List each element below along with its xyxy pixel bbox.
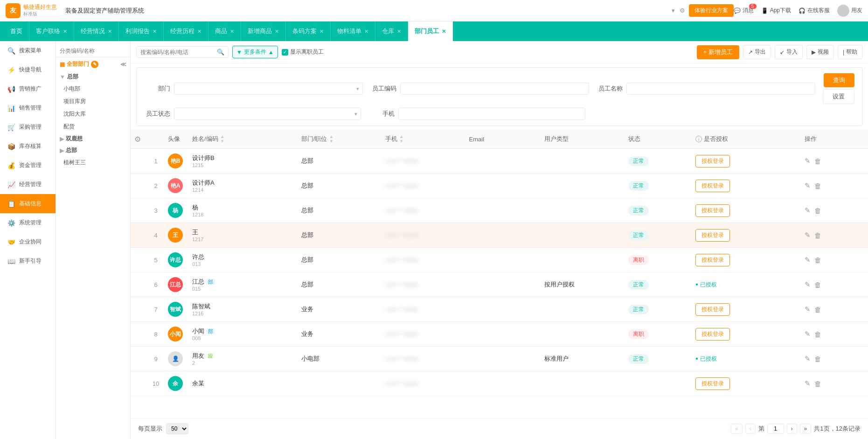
edit-icon[interactable]: ✎	[805, 157, 811, 165]
tab-journey[interactable]: 经营历程 ✕	[164, 21, 208, 41]
user-area[interactable]: 用友	[837, 5, 862, 17]
sidebar-item-marketing[interactable]: 📢 营销推广	[0, 79, 56, 98]
auth-login-button[interactable]: 授权登录	[695, 254, 730, 266]
edit-icon[interactable]: ✎	[805, 330, 811, 338]
settings-icon[interactable]: ⚙	[678, 5, 687, 16]
sidebar-item-basic-info[interactable]: 📋 基础信息	[0, 194, 56, 213]
phone-input[interactable]	[398, 108, 585, 120]
show-resigned-toggle[interactable]: ✓ 显示离职员工	[282, 48, 324, 56]
collapse-btn[interactable]: ≪	[120, 61, 126, 68]
prev-page-btn[interactable]: ‹	[745, 424, 756, 434]
delete-icon[interactable]: 🗑	[814, 306, 821, 314]
edit-icon[interactable]: ✎	[805, 379, 811, 388]
emp-name-input[interactable]	[626, 83, 815, 95]
dept-item-peihuo[interactable]: 配货	[56, 120, 130, 133]
auth-login-button[interactable]: 授权登录	[695, 180, 730, 192]
edit-icon[interactable]: ✎	[805, 280, 811, 289]
dept-all-header[interactable]: ▦ 全部部门 ✎ ≪	[56, 57, 130, 71]
column-settings-icon[interactable]: ⚙	[134, 135, 141, 143]
auth-login-button[interactable]: 授权登录	[695, 204, 730, 217]
delete-icon[interactable]: 🗑	[814, 330, 821, 338]
emp-code-input[interactable]	[400, 83, 589, 95]
tab-operation[interactable]: 经营情况 ✕	[74, 21, 119, 41]
delete-icon[interactable]: 🗑	[814, 380, 821, 388]
message-btn[interactable]: 💬 消息 5	[734, 7, 754, 14]
edit-icon[interactable]: ✎	[805, 206, 811, 215]
more-conditions-btn[interactable]: ▼ 更多条件 ▲	[232, 46, 278, 58]
sidebar-item-quick-nav[interactable]: ⚡ 快捷导航	[0, 60, 56, 79]
auth-login-button[interactable]: 授权登录	[695, 229, 730, 242]
edit-icon[interactable]: ✎	[805, 231, 811, 239]
tab-department[interactable]: 部门员工 ✕	[408, 21, 453, 41]
close-icon[interactable]: ✕	[275, 28, 279, 35]
dept-item-xiangmukufang[interactable]: 项目库房	[56, 95, 130, 108]
dept-section-zongbu[interactable]: ▼ 总部	[56, 71, 130, 83]
tab-customer[interactable]: 客户联络 ✕	[29, 21, 74, 41]
delete-icon[interactable]: 🗑	[814, 256, 821, 264]
sidebar-item-collab[interactable]: 🤝 企业协同	[0, 232, 56, 251]
delete-icon[interactable]: 🗑	[814, 281, 821, 289]
status-select[interactable]	[174, 108, 361, 120]
import-button[interactable]: ↙ 导入	[775, 45, 803, 59]
sidebar-item-system[interactable]: ⚙️ 系统管理	[0, 213, 56, 232]
search-button[interactable]: 查询	[824, 73, 854, 87]
edit-icon[interactable]: ✎	[805, 355, 811, 363]
close-icon[interactable]: ✕	[153, 28, 157, 35]
dept-section-shuangluxiang[interactable]: ▶ 双鹿想	[56, 133, 130, 145]
sidebar-item-sales[interactable]: 📊 销售管理	[0, 98, 56, 118]
online-service-btn[interactable]: 🎧 在线客服	[799, 7, 830, 14]
close-icon[interactable]: ✕	[364, 28, 368, 35]
sort-dept[interactable]: 部门/职位 ▲▼	[301, 134, 378, 144]
system-dropdown-icon[interactable]: ▾	[671, 6, 676, 15]
info-icon[interactable]: i	[695, 136, 702, 142]
dept-search-input[interactable]	[60, 48, 130, 54]
delete-icon[interactable]: 🗑	[814, 355, 821, 363]
tab-bom[interactable]: 物料清单 ✕	[331, 21, 375, 41]
edit-icon[interactable]: ✎	[805, 181, 811, 190]
sidebar-item-purchase[interactable]: 🛒 采购管理	[0, 118, 56, 137]
edit-icon[interactable]: ✎	[805, 256, 811, 264]
dept-item-zhishu[interactable]: 植树王三	[56, 156, 130, 169]
last-page-btn[interactable]: »	[800, 424, 812, 434]
app-download-btn[interactable]: 📱 App下载	[761, 7, 791, 14]
sidebar-item-finance[interactable]: 💰 资金管理	[0, 156, 56, 175]
sort-name[interactable]: 姓名/编码 ▲▼	[192, 134, 294, 144]
close-icon[interactable]: ✕	[230, 28, 234, 35]
sidebar-item-inventory[interactable]: 📦 库存核算	[0, 137, 56, 156]
tab-profit[interactable]: 利润报告 ✕	[119, 21, 164, 41]
auth-login-button[interactable]: 授权登录	[695, 303, 730, 316]
dept-settings-icon[interactable]: ✎	[91, 61, 98, 68]
close-icon[interactable]: ✕	[397, 28, 401, 35]
search-input[interactable]	[140, 49, 215, 56]
delete-icon[interactable]: 🗑	[814, 231, 821, 239]
close-icon[interactable]: ✕	[197, 28, 201, 35]
page-number-input[interactable]	[767, 424, 784, 434]
dept-section-zongbu2[interactable]: ▶ 总部	[56, 145, 130, 156]
settings-button[interactable]: 设置	[823, 89, 854, 104]
help-button[interactable]: | 帮助	[838, 45, 862, 59]
sidebar-item-business[interactable]: 📈 经营管理	[0, 175, 56, 194]
tab-add-goods[interactable]: 新增商品 ✕	[241, 21, 286, 41]
trial-button[interactable]: 体验行业方案	[689, 4, 734, 17]
first-page-btn[interactable]: «	[731, 424, 743, 434]
tab-barcode[interactable]: 条码方案 ✕	[286, 21, 331, 41]
dept-item-shenyangdaku[interactable]: 沈阳大库	[56, 108, 130, 120]
delete-icon[interactable]: 🗑	[814, 157, 821, 165]
close-icon[interactable]: ✕	[63, 28, 67, 35]
dept-select[interactable]	[174, 83, 363, 95]
delete-icon[interactable]: 🗑	[814, 182, 821, 190]
dept-item-xiaodianbu[interactable]: 小电部	[56, 83, 130, 95]
export-button[interactable]: ↗ 导出	[743, 45, 771, 59]
tab-goods[interactable]: 商品 ✕	[208, 21, 241, 41]
next-page-btn[interactable]: ›	[787, 424, 797, 434]
tab-home[interactable]: 首页	[4, 21, 29, 41]
auth-login-button[interactable]: 授权登录	[695, 377, 730, 390]
sort-phone[interactable]: 手机 ▲▼	[385, 134, 462, 144]
auth-login-button[interactable]: 授权登录	[695, 155, 730, 167]
close-icon[interactable]: ✕	[319, 28, 324, 35]
sidebar-item-guide[interactable]: 📖 新手引导	[0, 251, 56, 271]
sidebar-item-search[interactable]: 🔍 搜索菜单	[0, 41, 56, 60]
close-icon[interactable]: ✕	[442, 28, 446, 35]
add-employee-button[interactable]: + 新增员工	[697, 45, 739, 59]
per-page-select[interactable]: 50	[166, 423, 188, 434]
